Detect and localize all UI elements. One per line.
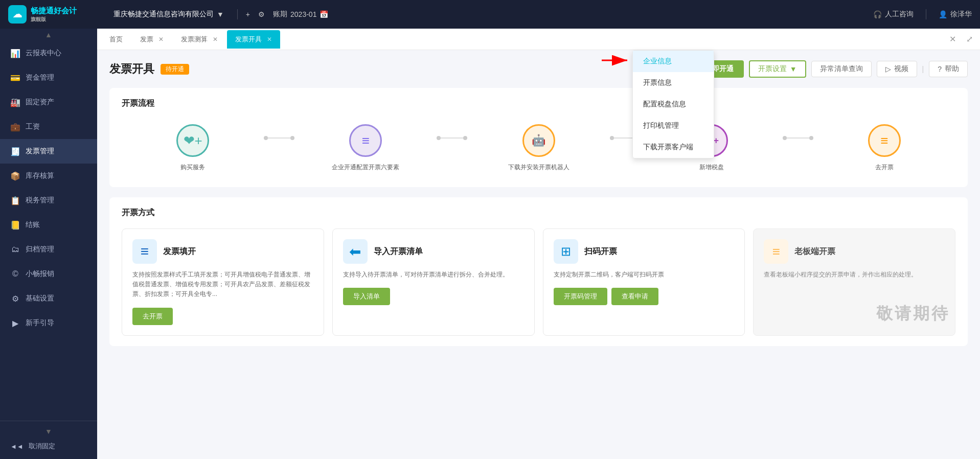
flow-step-download-icon: 🤖 bbox=[522, 124, 555, 157]
zijin-icon: 💳 bbox=[10, 73, 20, 83]
tab-fapiao[interactable]: 发票 ✕ bbox=[132, 30, 172, 49]
logo-sub-text: 旗舰版 bbox=[31, 16, 77, 23]
dropdown-item-tax-disk[interactable]: 配置税盘信息 bbox=[633, 94, 714, 115]
flow-section: 开票流程 ❤+ 购买服务 ≡ 企业开通 bbox=[109, 88, 968, 187]
user-profile[interactable]: 👤 徐泽华 bbox=[939, 10, 972, 19]
tab-bar-right: ✕ ⤢ bbox=[946, 32, 976, 46]
sidebar-item-gongzi[interactable]: 💼 工资 bbox=[0, 114, 97, 139]
period-badge: 账期 2023-01 📅 bbox=[273, 10, 328, 19]
tab-fapiaokaiqu-close[interactable]: ✕ bbox=[267, 36, 272, 43]
flow-step-download-label: 下载并安装开票机器人 bbox=[508, 163, 569, 172]
sidebar-item-gudingzichan[interactable]: 🏭 固定资产 bbox=[0, 90, 97, 114]
dropdown-menu: 企业信息 开票信息 配置税盘信息 打印机管理 下载开票客户端 bbox=[632, 50, 714, 158]
sidebar-scroll-down[interactable]: ▼ bbox=[0, 425, 97, 438]
method-card-boss: ≡ 老板端开票 查看老板端小程序提交的开票申请，并作出相应的处理。 敬请期待 bbox=[753, 228, 955, 336]
sidebar-item-yunbao[interactable]: 📊 云报表中心 bbox=[0, 41, 97, 65]
fill-invoice-button[interactable]: 去开票 bbox=[132, 308, 173, 325]
logo-main-text: 畅捷通好会计 bbox=[31, 6, 77, 16]
help-button[interactable]: ? 帮助 bbox=[929, 61, 968, 77]
tab-fapiaocesuan-label: 发票测算 bbox=[181, 35, 208, 44]
video-label: 视频 bbox=[894, 64, 908, 74]
video-button[interactable]: ▷ 视频 bbox=[877, 61, 917, 77]
dropdown-item-company-info[interactable]: 企业信息 bbox=[633, 51, 714, 72]
period-value: 2023-01 bbox=[290, 10, 316, 18]
jichushezhi-icon: ⚙ bbox=[10, 293, 20, 304]
heart-plus-icon: ❤+ bbox=[184, 133, 202, 149]
page-content: 发票开具 待开通 立即开通 开票设置 ▼ 异常清单查询 ▷ 视频 | bbox=[97, 50, 980, 459]
tab-home[interactable]: 首页 bbox=[101, 30, 131, 49]
method-scan-title: 扫码开票 bbox=[584, 246, 617, 257]
help-label: 帮助 bbox=[945, 64, 959, 74]
xiaochang-icon: © bbox=[10, 269, 20, 279]
fill-invoice-icon: ≡ bbox=[141, 243, 149, 260]
header-divider-2 bbox=[926, 9, 926, 19]
guidang-icon: 🗂 bbox=[10, 244, 20, 255]
flow-step-buy-label: 购买服务 bbox=[180, 163, 205, 172]
sidebar-scroll-up[interactable]: ▲ bbox=[0, 29, 97, 41]
sidebar-label-kucun: 库存核算 bbox=[26, 171, 54, 180]
import-list-button[interactable]: 导入清单 bbox=[343, 288, 390, 305]
tab-fapiaocesuan-close[interactable]: ✕ bbox=[213, 36, 218, 43]
tab-fapiao-label: 发票 bbox=[140, 35, 153, 44]
consultation-button[interactable]: 🎧 人工咨询 bbox=[873, 10, 914, 19]
tab-fapiao-close[interactable]: ✕ bbox=[158, 36, 164, 43]
import-icon: ⬅ bbox=[349, 243, 361, 260]
yunbao-icon: 📊 bbox=[10, 48, 20, 58]
scan-view-button[interactable]: 查看申请 bbox=[611, 288, 658, 305]
add-button[interactable]: + bbox=[246, 10, 250, 18]
boss-invoice-icon: ≡ bbox=[772, 244, 780, 260]
company-selector[interactable]: 重庆畅捷交通信息咨询有限公司 ▼ bbox=[108, 7, 229, 22]
jiezhang-icon: 📒 bbox=[10, 220, 20, 230]
sidebar-item-cancel-pin[interactable]: ◄◄ 取消固定 bbox=[0, 438, 97, 455]
dropdown-item-download-client[interactable]: 下载开票客户端 bbox=[633, 136, 714, 158]
plus-icon: + bbox=[246, 10, 250, 18]
tab-fapiaocesuan[interactable]: 发票测算 ✕ bbox=[173, 30, 226, 49]
robot-icon: 🤖 bbox=[532, 134, 545, 147]
top-header: ☁ 畅捷通好会计 旗舰版 重庆畅捷交通信息咨询有限公司 ▼ + ⚙ 账期 202… bbox=[0, 0, 980, 29]
tab-bar: 首页 发票 ✕ 发票测算 ✕ 发票开具 ✕ ✕ ⤢ bbox=[97, 29, 980, 50]
header-divider-1 bbox=[237, 9, 238, 19]
flow-connector-4 bbox=[783, 137, 813, 139]
header-actions: 🎧 人工咨询 👤 徐泽华 bbox=[873, 9, 972, 19]
exception-list-button[interactable]: 异常清单查询 bbox=[811, 61, 872, 77]
method-fill-icon: ≡ bbox=[132, 239, 157, 264]
settings-button[interactable]: ⚙ bbox=[258, 10, 265, 18]
method-boss-desc: 查看老板端小程序提交的开票申请，并作出相应的处理。 bbox=[764, 270, 945, 280]
page-title: 发票开具 bbox=[109, 61, 154, 77]
dropdown-item-printer[interactable]: 打印机管理 bbox=[633, 115, 714, 136]
sidebar-item-xinshouyindao[interactable]: ▶ 新手引导 bbox=[0, 311, 97, 335]
gudingzichan-icon: 🏭 bbox=[10, 97, 20, 107]
sidebar-item-jichushezhi[interactable]: ⚙ 基础设置 bbox=[0, 286, 97, 311]
sidebar-item-fapiao[interactable]: 🧾 发票管理 bbox=[0, 139, 97, 164]
sidebar-item-shuiwu[interactable]: 📋 税务管理 bbox=[0, 188, 97, 213]
scan-manage-button[interactable]: 开票码管理 bbox=[554, 288, 607, 305]
content-area: 首页 发票 ✕ 发票测算 ✕ 发票开具 ✕ ✕ ⤢ bbox=[97, 29, 980, 459]
sidebar-item-guidang[interactable]: 🗂 归档管理 bbox=[0, 237, 97, 262]
status-badge: 待开通 bbox=[161, 64, 189, 75]
flow-step-download: 🤖 下载并安装开票机器人 bbox=[467, 124, 609, 172]
tab-close-btn[interactable]: ✕ bbox=[946, 32, 959, 46]
method-boss-title: 老板端开票 bbox=[794, 246, 835, 257]
play-icon: ▷ bbox=[885, 65, 891, 73]
dropdown-item-invoice-info[interactable]: 开票信息 bbox=[633, 72, 714, 94]
flow-connector-2 bbox=[437, 137, 467, 139]
invoice-icon: ≡ bbox=[880, 133, 888, 149]
method-fill-desc: 支持按照发票样式手工填开发票；可开具增值税电子普通发票、增值税普通发票、增值税专… bbox=[132, 270, 313, 300]
sidebar-item-jiezhang[interactable]: 📒 结账 bbox=[0, 213, 97, 237]
gear-icon: ⚙ bbox=[258, 10, 265, 18]
chevron-down-icon-settings: ▼ bbox=[790, 65, 797, 73]
user-avatar-icon: 👤 bbox=[939, 10, 947, 18]
method-fill-header: ≡ 发票填开 bbox=[132, 239, 313, 264]
tab-fapiaokaiqu[interactable]: 发票开具 ✕ bbox=[227, 30, 280, 49]
sidebar-item-kucun[interactable]: 📦 库存核算 bbox=[0, 164, 97, 188]
sidebar-label-guidang: 归档管理 bbox=[26, 245, 54, 254]
method-boss-header: ≡ 老板端开票 bbox=[764, 239, 945, 264]
sidebar-label-jichushezhi: 基础设置 bbox=[26, 294, 54, 303]
sidebar-label-zijin: 资金管理 bbox=[26, 73, 54, 82]
tab-expand-btn[interactable]: ⤢ bbox=[963, 32, 976, 46]
consultation-label: 人工咨询 bbox=[885, 10, 914, 19]
xinshouyindao-icon: ▶ bbox=[10, 318, 20, 328]
settings-dropdown-button[interactable]: 开票设置 ▼ bbox=[749, 60, 806, 78]
sidebar-item-xiaochang[interactable]: © 小畅报销 bbox=[0, 262, 97, 286]
sidebar-item-zijin[interactable]: 💳 资金管理 bbox=[0, 65, 97, 90]
